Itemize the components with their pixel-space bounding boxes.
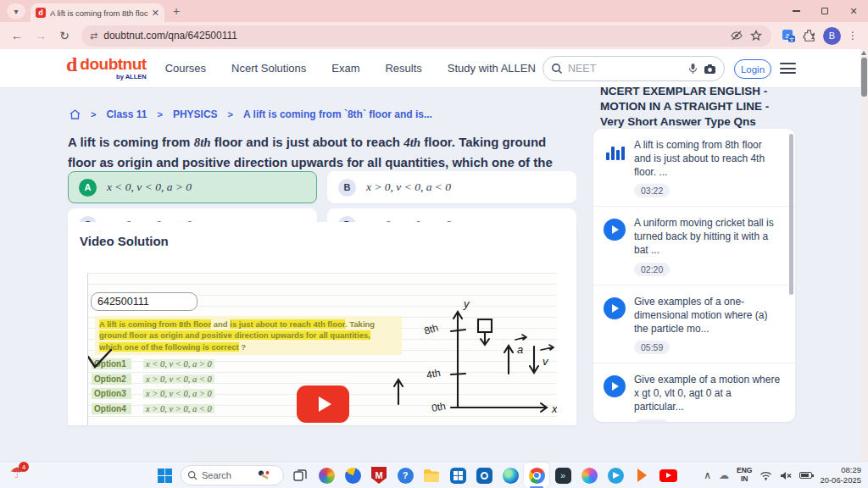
hamburger-menu-icon[interactable] bbox=[780, 63, 796, 74]
option-b-text: x > 0, v < 0, a < 0 bbox=[366, 180, 451, 194]
site-search[interactable] bbox=[542, 56, 725, 81]
browser-toolbar: ← → ↻ ⇄ doubtnut.com/qna/642500111 a文 B … bbox=[0, 22, 868, 49]
playlist-item-text: Give examples of a one-dimensional motio… bbox=[634, 296, 782, 336]
taskbar: ☂ 4 M ? » bbox=[0, 461, 868, 488]
nav-ncert-solutions[interactable]: Ncert Solutions bbox=[231, 62, 306, 75]
chrome-browser-icon[interactable] bbox=[526, 465, 547, 485]
wifi-icon[interactable] bbox=[760, 471, 772, 480]
weather-widget[interactable]: ☂ 4 bbox=[10, 463, 24, 481]
task-view-button[interactable] bbox=[290, 465, 310, 485]
breadcrumb-subject[interactable]: PHYSICS bbox=[173, 108, 218, 120]
play-circle-icon bbox=[604, 375, 626, 397]
playlist-item-text: A uniform moving cricket ball is turned … bbox=[634, 217, 782, 257]
playlist-item[interactable]: A uniform moving cricket ball is turned … bbox=[593, 207, 795, 285]
language-indicator[interactable]: ENGIN bbox=[737, 467, 752, 484]
doubtnut-logo[interactable]: d doubtnut by ALLEN bbox=[66, 56, 147, 80]
taskbar-search-input[interactable] bbox=[202, 470, 253, 480]
clock[interactable]: 08:2920-06-2025 bbox=[820, 465, 861, 485]
option-a[interactable]: A x < 0, v < 0, a > 0 bbox=[68, 171, 317, 203]
login-button[interactable]: Login bbox=[734, 59, 771, 79]
site-info-icon[interactable]: ⇄ bbox=[90, 30, 97, 42]
address-bar[interactable]: ⇄ doubtnut.com/qna/642500111 bbox=[81, 25, 771, 47]
board-option-2: Option2x > 0, v < 0, a < 0 bbox=[92, 372, 214, 387]
play-icon bbox=[319, 396, 331, 412]
scroll-up-arrow[interactable] bbox=[861, 51, 866, 55]
playlist-scrollbar[interactable] bbox=[789, 134, 793, 417]
url-text[interactable]: doubtnut.com/qna/642500111 bbox=[103, 30, 724, 42]
bookmark-star-icon[interactable] bbox=[749, 29, 763, 42]
youtube-app-icon[interactable] bbox=[658, 465, 678, 485]
system-tray: ∧ ☁ ENGIN 08:2920-06-2025 bbox=[704, 462, 861, 488]
video-play-button[interactable] bbox=[297, 385, 349, 423]
duration-badge: 05:59 bbox=[634, 341, 670, 354]
photos-app-icon[interactable] bbox=[316, 465, 337, 485]
handwritten-diagram: y x 8th 4th 0th a v bbox=[383, 296, 557, 423]
camera-icon[interactable] bbox=[704, 64, 716, 75]
tray-date: 20-06-2025 bbox=[820, 475, 861, 485]
search-input[interactable] bbox=[568, 63, 682, 75]
start-button[interactable] bbox=[154, 465, 175, 485]
volume-muted-icon[interactable] bbox=[780, 471, 792, 480]
orange-app-icon[interactable] bbox=[632, 465, 652, 485]
nav-courses[interactable]: Courses bbox=[165, 62, 206, 75]
playlist-item[interactable]: Give examples of a one-dimensional motio… bbox=[593, 286, 795, 363]
page-content: d doubtnut by ALLEN Courses Ncert Soluti… bbox=[0, 49, 868, 461]
browser-menu-icon[interactable]: ⋮ bbox=[848, 30, 858, 42]
eye-off-icon[interactable] bbox=[730, 29, 743, 42]
svg-text:文: 文 bbox=[789, 36, 795, 42]
back-button[interactable]: ← bbox=[7, 29, 27, 42]
reload-button[interactable]: ↻ bbox=[54, 29, 75, 42]
chrome-icon bbox=[529, 468, 545, 484]
mic-icon[interactable] bbox=[687, 63, 698, 75]
nav-results[interactable]: Results bbox=[385, 62, 421, 75]
copilot-preview-app-icon[interactable] bbox=[342, 465, 363, 485]
home-icon[interactable] bbox=[70, 109, 81, 119]
chevron-down-icon: ▾ bbox=[14, 7, 18, 16]
svg-text:a: a bbox=[517, 343, 523, 356]
sharechat-app-icon[interactable]: » bbox=[553, 465, 573, 485]
close-button[interactable]: ✕ bbox=[839, 0, 868, 22]
file-explorer-icon[interactable] bbox=[421, 465, 442, 485]
edge-browser-icon[interactable] bbox=[500, 465, 520, 485]
breadcrumb-class[interactable]: Class 11 bbox=[106, 108, 147, 120]
maximize-button[interactable] bbox=[810, 0, 839, 22]
copilot-icon bbox=[581, 468, 598, 484]
playlist-item-current[interactable]: A lift is coming from 8th floor and is j… bbox=[593, 129, 795, 207]
telegram-app-icon[interactable] bbox=[605, 465, 626, 485]
playlist-item[interactable]: Give example of a motion where x gt 0, v… bbox=[593, 363, 795, 422]
nav-study-with-allen[interactable]: Study with ALLEN bbox=[448, 62, 536, 75]
translate-icon[interactable]: a文 bbox=[782, 29, 796, 43]
browser-tab[interactable]: d A lift is coming from 8th floor a ✕ bbox=[31, 3, 164, 22]
option-a-badge: A bbox=[79, 179, 97, 197]
taskbar-search[interactable] bbox=[181, 465, 284, 485]
profile-avatar[interactable]: B bbox=[823, 27, 841, 45]
doubtnut-logo-icon: d bbox=[66, 56, 77, 75]
board-option-4: Option4x > 0, v > 0, a < 0 bbox=[92, 402, 214, 417]
tab-search-button[interactable]: ▾ bbox=[7, 3, 25, 19]
tray-chevron-icon[interactable]: ∧ bbox=[704, 469, 711, 481]
svg-text:x: x bbox=[551, 402, 557, 415]
battery-icon[interactable] bbox=[799, 472, 812, 479]
minimize-button[interactable] bbox=[782, 0, 810, 22]
task-view-icon bbox=[292, 468, 308, 483]
extensions-puzzle-icon[interactable] bbox=[803, 29, 816, 42]
microsoft-store-icon[interactable] bbox=[448, 465, 468, 485]
outlook-icon bbox=[476, 468, 492, 484]
playlist: A lift is coming from 8th floor and is j… bbox=[593, 129, 795, 422]
option-b[interactable]: B x > 0, v < 0, a < 0 bbox=[327, 171, 576, 203]
mcafee-app-icon[interactable]: M bbox=[369, 465, 389, 485]
scrollbar-thumb[interactable] bbox=[861, 58, 867, 97]
video-player[interactable]: 642500111 A lift is coming from 8th floo… bbox=[87, 273, 557, 425]
copilot-app-icon[interactable] bbox=[579, 465, 599, 485]
main-nav: Courses Ncert Solutions Exam Results Stu… bbox=[165, 62, 536, 75]
arrow-icon bbox=[637, 469, 647, 482]
tab-title: A lift is coming from 8th floor a bbox=[50, 8, 147, 18]
get-help-app-icon[interactable]: ? bbox=[395, 465, 415, 485]
tab-close-icon[interactable]: ✕ bbox=[152, 8, 159, 19]
outlook-app-icon[interactable] bbox=[474, 465, 494, 485]
nav-exam[interactable]: Exam bbox=[331, 62, 359, 75]
onedrive-cloud-icon[interactable]: ☁ bbox=[719, 469, 729, 481]
new-tab-button[interactable]: + bbox=[173, 4, 180, 18]
forward-button[interactable]: → bbox=[31, 29, 51, 42]
page-scrollbar[interactable] bbox=[860, 49, 868, 461]
